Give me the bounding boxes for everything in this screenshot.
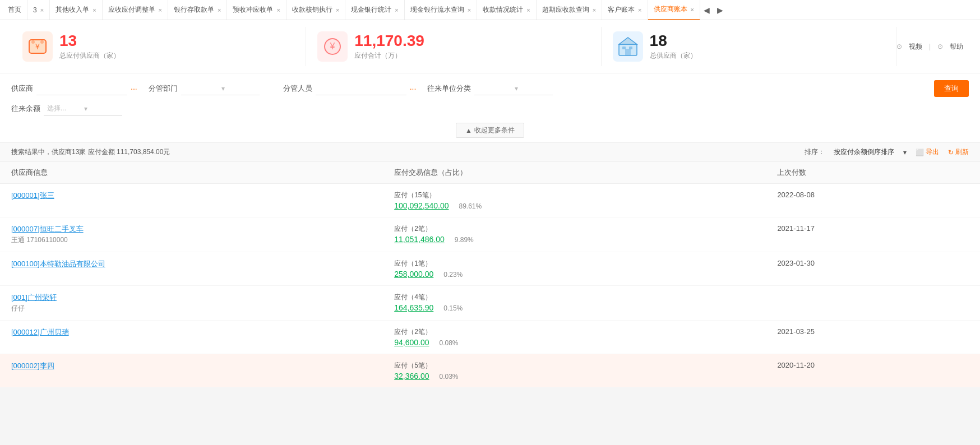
close-icon[interactable]: ×	[40, 7, 44, 13]
nav-tab-supplier-ledger[interactable]: 供应商账本 ×	[648, 0, 700, 20]
collapse-button[interactable]: ▲ 收起更多条件	[456, 123, 524, 138]
supplier-icon	[613, 31, 643, 62]
chevron-down-icon[interactable]: ▾	[903, 149, 907, 156]
close-icon[interactable]: ×	[276, 7, 280, 13]
nav-tab-3[interactable]: 3 ×	[27, 0, 50, 20]
refresh-icon: ↻	[948, 149, 954, 156]
nav-tab-bank[interactable]: 银行存取款单 ×	[168, 0, 227, 20]
tx-percentage: 9.89%	[455, 236, 474, 244]
svg-point-3	[31, 40, 35, 44]
nav-tab-cash-stat[interactable]: 现金银行统计 ×	[345, 0, 404, 20]
balance-filter-label: 往来余额	[11, 104, 40, 114]
tx-amount[interactable]: 32,366.00	[394, 372, 429, 381]
nav-tab-customer-ledger-label: 客户账本	[608, 5, 635, 15]
nav-tab-other-income-label: 其他收入单	[56, 5, 89, 15]
tx-amount[interactable]: 258,000.00	[394, 270, 433, 279]
last-pay-date: 2020-11-20	[777, 361, 969, 369]
filter-balance: 往来余额 选择... ▾	[11, 101, 135, 116]
stat-supplier-value: 18	[650, 33, 697, 50]
close-icon[interactable]: ×	[336, 7, 339, 13]
export-button[interactable]: ⬜ 导出	[916, 147, 939, 157]
supplier-name-link[interactable]: [000002]李四	[11, 361, 394, 371]
dept-select[interactable]: ▾	[181, 82, 260, 95]
svg-text:¥: ¥	[35, 42, 40, 51]
close-icon[interactable]: ×	[218, 7, 221, 13]
supplier-name-link[interactable]: [000100]本特勒油品有限公司	[11, 259, 394, 269]
tx-amount[interactable]: 164,635.90	[394, 303, 433, 312]
balance-select[interactable]: 选择... ▾	[44, 101, 122, 116]
nav-tab-customer-ledger[interactable]: 客户账本 ×	[602, 0, 648, 20]
nav-tab-cash-flow[interactable]: 现金银行流水查询 ×	[405, 0, 477, 20]
nav-prev-arrow[interactable]: ◀	[700, 0, 714, 20]
table-header: 供应商信息 应付交易信息（占比） 上次付数	[0, 162, 980, 184]
supplier-info-cell: [000001]张三	[11, 191, 394, 201]
tx-amount[interactable]: 100,092,540.00	[394, 201, 449, 210]
nav-tab-prepay[interactable]: 预收冲应收单 ×	[227, 0, 286, 20]
nav-next-arrow[interactable]: ▶	[714, 0, 727, 20]
category-select[interactable]: ▾	[474, 82, 553, 95]
nav-tab-collection-stat[interactable]: 收款情况统计 ×	[477, 0, 536, 20]
close-icon[interactable]: ×	[638, 7, 641, 13]
refresh-button[interactable]: ↻ 刷新	[948, 147, 969, 157]
help-link[interactable]: 帮助	[950, 42, 963, 52]
close-icon[interactable]: ×	[468, 7, 471, 13]
nav-tab-prepay-label: 预收冲应收单	[233, 5, 273, 15]
export-icon: ⬜	[916, 149, 924, 156]
stat-total-value: 11,170.39	[354, 33, 424, 50]
supplier-contact: 王通 17106110000	[11, 235, 394, 245]
supplier-name-link[interactable]: [000001]张三	[11, 191, 394, 201]
supplier-name-link[interactable]: [001]广州荣轩	[11, 293, 394, 303]
collapse-label: 收起更多条件	[474, 126, 515, 135]
balance-select-value: 选择...	[47, 104, 82, 113]
supplier-input[interactable]	[36, 82, 127, 95]
close-icon[interactable]: ×	[691, 6, 694, 13]
tx-amount[interactable]: 94,600.00	[394, 338, 429, 347]
col-header-lastpay: 上次付数	[777, 168, 969, 178]
nav-tab-3-label: 3	[33, 6, 37, 14]
supplier-name-link[interactable]: [000007]恒旺二手叉车	[11, 224, 394, 234]
last-pay-cell: 2021-03-25	[777, 327, 969, 336]
stat-supplier-text: 18 总供应商（家）	[650, 33, 697, 61]
col-header-supplier: 供应商信息	[11, 168, 394, 178]
tx-row: 258,000.000.23%	[394, 268, 777, 279]
nav-tab-adjustment[interactable]: 应收应付调整单 ×	[103, 0, 168, 20]
tx-percentage: 89.61%	[459, 202, 482, 210]
close-icon[interactable]: ×	[159, 7, 162, 13]
close-icon[interactable]: ×	[526, 7, 530, 13]
nav-tab-other-income[interactable]: 其他收入单 ×	[50, 0, 102, 20]
table-row: [000012]广州贝瑞应付（2笔）94,600.000.08%2021-03-…	[0, 321, 980, 354]
person-input[interactable]	[316, 82, 406, 95]
supplier-info-cell: [000100]本特勒油品有限公司	[11, 259, 394, 269]
video-link[interactable]: 视频	[909, 42, 922, 52]
filter-row-1: 供应商 ··· 分管部门 ▾ 分管人员 ··· 往来单位分类 ▾ 查询	[11, 80, 969, 97]
results-actions: 排序： 按应付余额倒序排序 ▾ ⬜ 导出 ↻ 刷新	[805, 147, 969, 157]
tx-row: 164,635.900.15%	[394, 302, 777, 312]
supplier-name-link[interactable]: [000012]广州贝瑞	[11, 327, 394, 337]
tx-row: 32,366.000.03%	[394, 370, 777, 381]
close-icon[interactable]: ×	[93, 7, 96, 13]
dept-filter-label: 分管部门	[149, 84, 178, 94]
svg-point-4	[40, 40, 44, 44]
supplier-dots[interactable]: ···	[131, 84, 137, 93]
stats-bar: ¥ 13 总应付供应商（家） ¥ 11,170.39 应付合计（万）	[0, 20, 980, 73]
nav-tab-home[interactable]: 首页	[2, 0, 27, 20]
supplier-info-cell: [000002]李四	[11, 361, 394, 371]
stat-payable-suppliers: ¥ 13 总应付供应商（家）	[11, 27, 306, 66]
col-header-tx: 应付交易信息（占比）	[394, 168, 777, 178]
last-pay-cell: 2023-01-30	[777, 259, 969, 267]
person-dots[interactable]: ···	[410, 84, 417, 93]
search-button[interactable]: 查询	[934, 80, 969, 97]
nav-tab-collection[interactable]: 收款核销执行 ×	[286, 0, 345, 20]
close-icon[interactable]: ×	[395, 7, 398, 13]
tx-amount[interactable]: 11,051,486.00	[394, 235, 445, 244]
tx-row: 11,051,486.009.89%	[394, 234, 777, 244]
stat-total-text: 11,170.39 应付合计（万）	[354, 33, 424, 61]
close-icon[interactable]: ×	[593, 7, 596, 13]
table-row: [001]广州荣轩仔仔应付（4笔）164,635.900.15%	[0, 286, 980, 321]
person-filter-label: 分管人员	[283, 84, 312, 94]
chevron-down-icon: ▾	[221, 85, 256, 92]
sort-value[interactable]: 按应付余额倒序排序	[834, 147, 894, 157]
nav-tab-overdue[interactable]: 超期应收款查询 ×	[537, 0, 602, 20]
last-pay-cell: 2020-11-20	[777, 361, 969, 369]
filter-dept: 分管部门 ▾	[149, 82, 272, 95]
